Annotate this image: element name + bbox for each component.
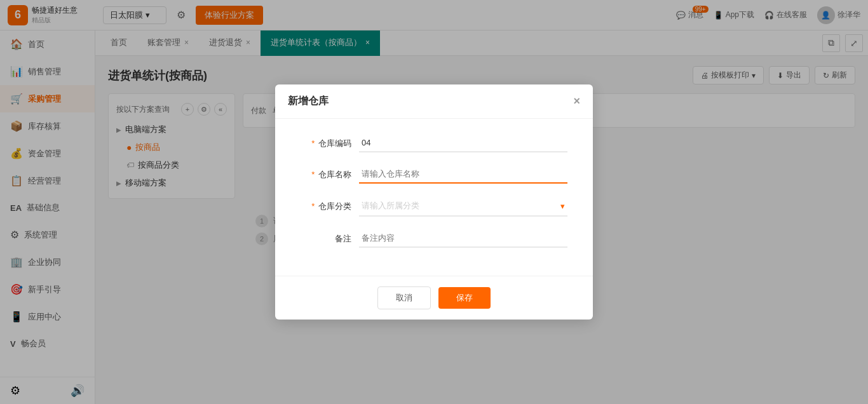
remark-label: 备注 [301,233,351,245]
modal-footer: 取消 保存 [275,276,593,320]
required-mark-code: * [311,138,315,148]
code-input[interactable] [359,134,567,152]
form-row-remark: 备注 [301,229,567,248]
name-input[interactable] [359,165,567,184]
category-dropdown-icon: ▾ [560,201,565,211]
modal-close-button[interactable]: × [573,95,580,108]
modal-title: 新增仓库 [288,95,329,108]
form-row-code: * 仓库编码 [301,134,567,152]
required-mark-category: * [311,201,315,211]
code-label: * 仓库编码 [301,138,351,149]
required-mark-name: * [311,170,315,179]
modal-body: * 仓库编码 * 仓库名称 * 仓库分类 请输入所属 [275,119,593,276]
name-label: * 仓库名称 [301,169,351,180]
form-row-category: * 仓库分类 请输入所属分类 ▾ [301,196,567,217]
save-button[interactable]: 保存 [438,287,491,309]
remark-input[interactable] [359,229,567,248]
cancel-button[interactable]: 取消 [377,286,431,309]
category-label: * 仓库分类 [301,201,351,212]
add-warehouse-modal: 新增仓库 × * 仓库编码 * 仓库名称 [275,84,593,320]
form-row-name: * 仓库名称 [301,165,567,184]
category-select[interactable]: 请输入所属分类 ▾ [359,196,567,217]
modal-overlay[interactable]: 新增仓库 × * 仓库编码 * 仓库名称 [0,0,868,404]
modal-header: 新增仓库 × [275,84,593,119]
